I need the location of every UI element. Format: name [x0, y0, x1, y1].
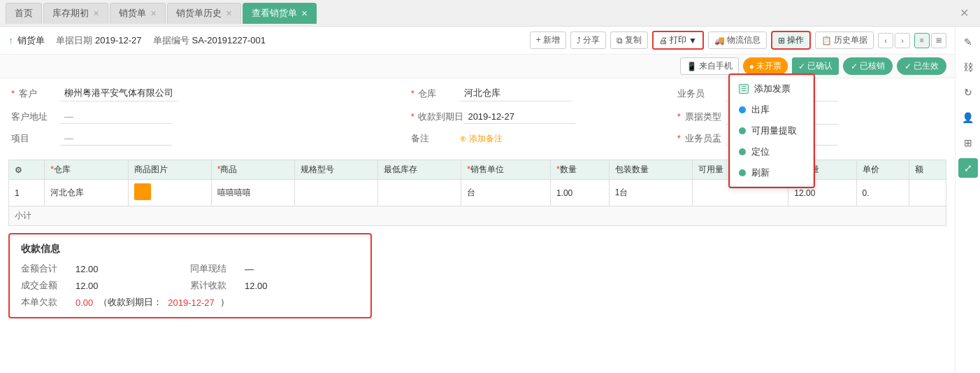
- payment-overdue-value: 0.00: [75, 297, 93, 308]
- payment-title: 收款信息: [21, 243, 359, 255]
- payment-deal-value: 12.00: [75, 281, 99, 291]
- project-value[interactable]: —: [60, 132, 172, 146]
- due-date-value[interactable]: 2019-12-27: [463, 110, 575, 124]
- doc-number-label: 单据编号: [153, 34, 189, 47]
- warehouse-out-icon: [739, 106, 746, 113]
- tab-view-sales-close[interactable]: ✕: [301, 9, 308, 18]
- check-icon: ✓: [798, 62, 805, 71]
- doc-title: ↑ 销货单: [8, 34, 45, 47]
- warehouse-field: * 仓库 河北仓库: [411, 85, 677, 101]
- nav-arrows: ‹ ›: [878, 33, 910, 48]
- sidebar-grid-icon[interactable]: ⊞: [958, 133, 978, 153]
- add-note-button[interactable]: ⊕ 添加备注: [460, 133, 503, 145]
- row-unit-price: 0.: [856, 180, 909, 206]
- doc-actions: + 新增 ⤴ 分享 ⧉ 复制 🖨 打印 ▼ 🚚: [530, 31, 946, 50]
- payment-same-order-row: 同单现结 —: [190, 262, 359, 275]
- product-image: [134, 183, 151, 200]
- cancel-status-button[interactable]: ✓ 已核销: [843, 57, 893, 75]
- not-opened-button[interactable]: ● 未开票: [743, 57, 788, 75]
- sidebar-user-icon[interactable]: 👤: [958, 108, 978, 127]
- locate-item[interactable]: 定位: [730, 141, 813, 162]
- effect-status-button[interactable]: ✓ 已生效: [897, 57, 946, 75]
- col-amount: 额: [909, 160, 946, 180]
- ticket-type-label: * 票据类型: [677, 111, 726, 123]
- col-spec: 规格型号: [294, 160, 377, 180]
- locate-label: 定位: [751, 146, 770, 158]
- customer-value[interactable]: 柳州粤港平安气体有限公司: [60, 85, 178, 101]
- document-header: ↑ 销货单 单据日期 2019-12-27 单据编号 SA-20191227-0…: [0, 27, 955, 55]
- warehouse-out-item[interactable]: 出库: [730, 99, 813, 120]
- col-gear: ⚙: [9, 160, 45, 180]
- grid-view-button[interactable]: ⊞: [931, 33, 946, 48]
- sidebar-expand-icon[interactable]: ⤢: [958, 158, 978, 178]
- col-unit-price: 单价: [856, 160, 909, 180]
- project-field: 项目 —: [11, 132, 411, 146]
- copy-icon: ⧉: [617, 36, 623, 45]
- payment-box: 收款信息 金额合计 12.00 同单现结 — 成交金额 12.00: [8, 233, 372, 318]
- doc-number-value: SA-20191227-001: [192, 35, 266, 45]
- customer-label: * 客户: [11, 87, 60, 100]
- copy-button[interactable]: ⧉ 复制: [610, 31, 648, 49]
- col-warehouse: *仓库: [45, 160, 128, 180]
- col-qty: *数量: [550, 160, 609, 180]
- col-unit: *销售单位: [461, 160, 551, 180]
- operate-button[interactable]: ⊞ 操作: [771, 31, 811, 50]
- due-date-field: * 收款到期日 2019-12-27: [411, 110, 677, 124]
- subtotal-row: 小计: [9, 206, 946, 226]
- from-phone-button[interactable]: 📱 来自手机: [680, 57, 739, 75]
- logistics-button[interactable]: 🚚 物流信息: [708, 31, 767, 49]
- row-index: 1: [9, 180, 45, 206]
- tab-sales-history-close[interactable]: ✕: [226, 9, 232, 18]
- sidebar-link-icon[interactable]: ⛓: [958, 57, 978, 77]
- col-pack-qty: 包装数量: [609, 160, 692, 180]
- print-icon: 🖨: [659, 36, 668, 45]
- doc-date-value: 2019-12-27: [95, 35, 142, 45]
- available-qty-item[interactable]: 可用量提取: [730, 120, 813, 141]
- payment-total-label: 金额合计: [21, 262, 70, 275]
- confirm-button[interactable]: ✓ 已确认: [792, 57, 839, 75]
- tab-inventory[interactable]: 库存期初 ✕: [43, 3, 108, 24]
- tab-view-sales[interactable]: 查看销货单 ✕: [243, 3, 317, 24]
- operate-dropdown: ☰ 添加发票 出库 可用量提取 定位: [728, 73, 815, 188]
- payment-overdue-suffix: （收款到期日：: [99, 296, 162, 309]
- available-qty-label: 可用量提取: [751, 125, 797, 137]
- share-button[interactable]: ⤴ 分享: [570, 31, 606, 49]
- print-dropdown-arrow: ▼: [689, 36, 697, 45]
- add-invoice-icon: ☰: [739, 84, 749, 94]
- address-value[interactable]: —: [60, 110, 172, 124]
- note-field: 备注 ⊕ 添加备注: [411, 132, 677, 145]
- add-invoice-item[interactable]: ☰ 添加发票: [730, 78, 813, 99]
- next-button[interactable]: ›: [895, 33, 910, 48]
- tab-sales[interactable]: 销货单 ✕: [110, 3, 166, 24]
- warehouse-value[interactable]: 河北仓库: [460, 85, 572, 101]
- sidebar-refresh-icon[interactable]: ↻: [958, 83, 978, 102]
- doc-number-field: 单据编号 SA-20191227-001: [153, 34, 266, 47]
- col-image: 商品图片: [128, 160, 211, 180]
- effect-check-icon: ✓: [905, 62, 911, 71]
- row-pack-qty: 1台: [609, 180, 692, 206]
- salesman-label: * 业务员盂: [677, 132, 726, 145]
- tab-sales-close[interactable]: ✕: [150, 9, 157, 18]
- locate-icon: [739, 148, 746, 155]
- logistics-icon: 🚚: [714, 36, 725, 45]
- window-close-button[interactable]: ✕: [954, 6, 974, 20]
- row-warehouse: 河北仓库: [45, 180, 128, 206]
- prev-button[interactable]: ‹: [878, 33, 893, 48]
- address-label: 客户地址: [11, 111, 60, 123]
- refresh-item[interactable]: 刷新: [730, 162, 813, 183]
- share-icon: ⤴: [577, 36, 581, 45]
- tab-inventory-close[interactable]: ✕: [93, 9, 99, 18]
- doc-date-label: 单据日期: [56, 34, 92, 47]
- payment-same-order-value: —: [245, 264, 254, 274]
- payment-deal-row: 成交金额 12.00: [21, 279, 190, 292]
- sidebar-edit-icon[interactable]: ✎: [958, 32, 978, 52]
- tab-home[interactable]: 首页: [6, 3, 42, 24]
- row-qty: 1.00: [550, 180, 609, 206]
- plus-icon: ⊕: [460, 134, 469, 143]
- new-button[interactable]: + 新增: [530, 31, 566, 49]
- tab-sales-history[interactable]: 销货单历史 ✕: [167, 3, 241, 24]
- list-view-button[interactable]: ≡: [914, 33, 930, 48]
- print-button[interactable]: 🖨 打印 ▼: [652, 31, 704, 50]
- circle-icon: ●: [749, 62, 754, 71]
- history-button[interactable]: 📋 历史单据: [815, 31, 874, 49]
